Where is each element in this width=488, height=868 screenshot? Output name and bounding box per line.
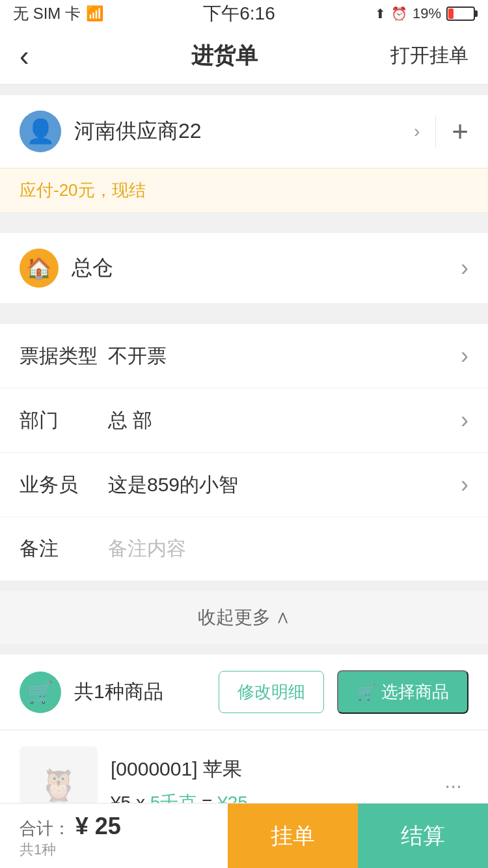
chevron-right-icon: › xyxy=(461,342,468,370)
supplier-name: 河南供应商22 xyxy=(74,117,414,146)
battery-text: 19% xyxy=(413,5,441,22)
back-button[interactable]: ‹ xyxy=(20,40,59,72)
location-icon: ⬆ xyxy=(375,6,386,21)
carrier-text: 无 SIM 卡 xyxy=(13,3,81,24)
warehouse-name: 总仓 xyxy=(72,254,461,282)
supplier-section: 👤 河南供应商22 › + 应付-20元，现结 xyxy=(0,95,488,212)
product-more-button[interactable]: ··· xyxy=(438,767,468,804)
remark-value: 备注内容 xyxy=(98,536,468,562)
hang-button[interactable]: 挂单 xyxy=(228,804,358,869)
select-product-button[interactable]: 🛒 选择商品 xyxy=(337,670,468,714)
chevron-right-icon: › xyxy=(461,254,468,282)
modify-detail-button[interactable]: 修改明细 xyxy=(219,671,324,713)
battery-icon xyxy=(446,7,475,21)
product-icon: 🛒 xyxy=(20,671,61,713)
total-label: 合计： xyxy=(20,819,70,838)
product-code: [0000001] 苹果 xyxy=(111,758,242,780)
department-value: 总 部 xyxy=(98,407,461,434)
chevron-right-icon: › xyxy=(461,407,468,434)
invoice-type-value: 不开票 xyxy=(98,343,461,370)
cart-icon: 🛒 xyxy=(27,680,53,705)
wifi-icon: 📶 xyxy=(86,5,103,22)
total-amount: ¥ 25 xyxy=(75,813,121,839)
invoice-type-label: 票据类型 xyxy=(20,343,98,370)
avatar-icon: 👤 xyxy=(26,118,55,145)
warehouse-section: 🏠 总仓 › xyxy=(0,233,488,303)
salesperson-value: 这是859的小智 xyxy=(98,472,461,498)
supplier-row[interactable]: 👤 河南供应商22 › + xyxy=(0,95,488,168)
total-section: 合计： ¥ 25 共1种 xyxy=(0,813,228,860)
checkout-button[interactable]: 结算 xyxy=(358,804,488,869)
department-label: 部门 xyxy=(20,407,98,434)
home-icon: 🏠 xyxy=(26,256,52,280)
collapse-button[interactable]: 收起更多 ∧ xyxy=(0,591,488,644)
status-time: 下午6:16 xyxy=(203,1,275,26)
divider xyxy=(435,115,436,148)
product-name: [0000001] 苹果 xyxy=(111,756,425,783)
product-header: 🛒 共1种商品 修改明细 🛒 选择商品 xyxy=(0,655,488,729)
bottom-bar: 合计： ¥ 25 共1种 挂单 结算 xyxy=(0,803,488,868)
department-row[interactable]: 部门 总 部 › xyxy=(0,388,488,452)
select-icon: 🛒 xyxy=(357,683,376,701)
invoice-type-row[interactable]: 票据类型 不开票 › xyxy=(0,324,488,388)
chevron-right-icon: › xyxy=(461,471,468,498)
product-thumb-icon: 🦉 xyxy=(39,767,78,804)
warehouse-icon: 🏠 xyxy=(20,249,59,288)
page-title: 进货单 xyxy=(191,41,258,71)
status-left: 无 SIM 卡 📶 xyxy=(13,3,103,24)
select-label: 选择商品 xyxy=(381,681,449,703)
notice-bar: 应付-20元，现结 xyxy=(0,168,488,212)
remark-label: 备注 xyxy=(20,536,98,562)
alarm-icon: ⏰ xyxy=(391,6,407,21)
status-right: ⬆ ⏰ 19% xyxy=(375,5,475,22)
nav-bar: ‹ 进货单 打开挂单 xyxy=(0,27,488,85)
salesperson-label: 业务员 xyxy=(20,472,98,498)
add-supplier-button[interactable]: + xyxy=(452,117,468,146)
chevron-right-icon: › xyxy=(414,121,420,142)
remark-row[interactable]: 备注 备注内容 xyxy=(0,517,488,580)
notice-text: 应付-20元，现结 xyxy=(20,180,146,200)
warehouse-row[interactable]: 🏠 总仓 › xyxy=(0,233,488,303)
total-count: 共1种 xyxy=(20,840,208,860)
collapse-label: 收起更多 ∧ xyxy=(198,607,291,627)
status-bar: 无 SIM 卡 📶 下午6:16 ⬆ ⏰ 19% xyxy=(0,0,488,27)
avatar: 👤 xyxy=(20,111,61,152)
open-hang-button[interactable]: 打开挂单 xyxy=(390,42,468,69)
product-count: 共1种商品 xyxy=(74,679,206,705)
total-line: 合计： ¥ 25 xyxy=(20,813,208,840)
form-section: 票据类型 不开票 › 部门 总 部 › 业务员 这是859的小智 › 备注 备注… xyxy=(0,324,488,580)
salesperson-row[interactable]: 业务员 这是859的小智 › xyxy=(0,452,488,517)
